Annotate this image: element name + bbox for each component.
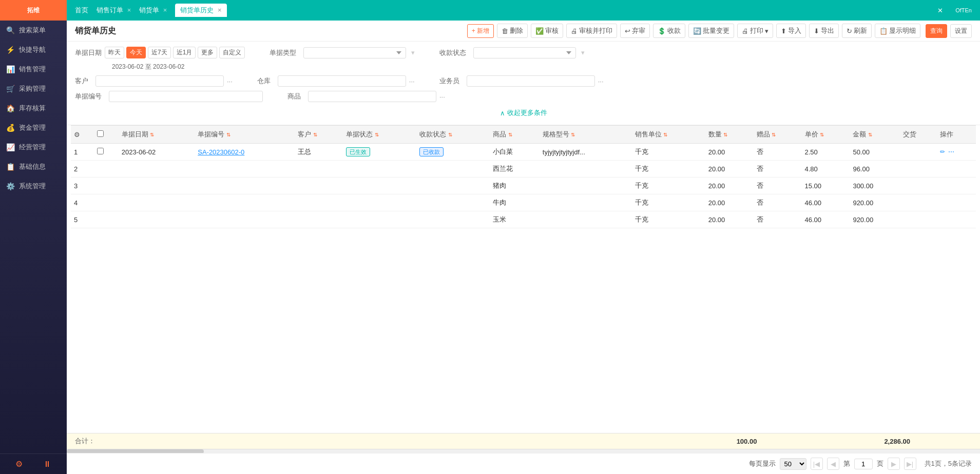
- audit-print-button[interactable]: 🖨 审核并打印: [566, 24, 617, 38]
- doc-no-input[interactable]: [109, 91, 263, 102]
- query-button[interactable]: 查询: [926, 24, 947, 38]
- sidebar-item-purchase[interactable]: 🛒 采购管理: [0, 79, 67, 98]
- date-btn-7days[interactable]: 近7天: [148, 47, 171, 58]
- next-page-btn[interactable]: ▶: [888, 458, 900, 470]
- tab-sales-order-close[interactable]: ×: [127, 6, 131, 14]
- select-all-checkbox[interactable]: [97, 130, 104, 137]
- sidebar-item-system[interactable]: ⚙️ 系统管理: [0, 176, 67, 196]
- print-button[interactable]: 🖨 打印 ▾: [737, 24, 773, 38]
- qty-sort-icon: ⇅: [723, 132, 727, 137]
- date-btn-custom[interactable]: 自定义: [219, 47, 245, 58]
- first-page-btn[interactable]: |◀: [811, 458, 823, 470]
- sidebar-bottom-pause[interactable]: ⏸: [43, 460, 51, 469]
- payment-status-select[interactable]: [473, 47, 576, 58]
- row1-more-btn[interactable]: ⋯: [948, 148, 954, 155]
- salesperson-input[interactable]: [467, 75, 595, 87]
- col-qty[interactable]: 数量 ⇅: [705, 126, 754, 144]
- sidebar-bottom-gear[interactable]: ⚙: [15, 459, 23, 469]
- batch-change-button[interactable]: 🔄 批量变更: [688, 24, 734, 38]
- delete-button[interactable]: 🗑 删除: [497, 24, 528, 38]
- tab-sales-history-close[interactable]: ×: [218, 6, 222, 14]
- row3-amount: 300.00: [850, 177, 900, 194]
- customer-input[interactable]: [95, 75, 224, 87]
- salesperson-dots[interactable]: ···: [598, 77, 604, 85]
- window-close-btn[interactable]: ✕: [937, 7, 943, 14]
- page-num-input[interactable]: [854, 459, 873, 469]
- col-doc-no[interactable]: 单据编号 ⇅: [195, 126, 295, 144]
- col-transaction: 交货: [900, 126, 937, 144]
- col-spec[interactable]: 规格型号 ⇅: [540, 126, 632, 144]
- tab-sales-history[interactable]: 销货单历史 ×: [175, 4, 226, 17]
- warehouse-input[interactable]: [278, 75, 406, 87]
- collect-button[interactable]: 💲 收款: [653, 24, 685, 38]
- sidebar-item-search[interactable]: 🔍 搜索菜单: [0, 21, 67, 40]
- col-amount[interactable]: 金额 ⇅: [850, 126, 900, 144]
- date-btn-more[interactable]: 更多: [198, 47, 217, 58]
- col-settings[interactable]: ⚙: [71, 126, 94, 144]
- filter-customer: 客户 ···: [75, 75, 233, 87]
- doc-type-select[interactable]: [303, 47, 406, 58]
- abandon-button[interactable]: ↩ 弃审: [620, 24, 650, 38]
- import-button[interactable]: ⬆ 导入: [776, 24, 806, 38]
- col-checkbox[interactable]: [94, 126, 118, 144]
- row4-doc-status: [343, 194, 416, 211]
- customer-dots[interactable]: ···: [227, 77, 233, 85]
- docstatus-sort-icon: ⇅: [375, 132, 379, 137]
- print-icon: 🖨: [742, 27, 748, 35]
- sidebar-item-basic[interactable]: 📋 基础信息: [0, 157, 67, 176]
- last-page-btn[interactable]: ▶|: [904, 458, 916, 470]
- table-header-row: ⚙ 单据日期 ⇅ 单据编号 ⇅ 客户 ⇅ 单据状态 ⇅ 收款状态 ⇅ 商品 ⇅ …: [71, 126, 976, 144]
- sidebar-item-finance[interactable]: 💰 资金管理: [0, 118, 67, 137]
- col-payment-status[interactable]: 收款状态 ⇅: [416, 126, 490, 144]
- col-customer[interactable]: 客户 ⇅: [295, 126, 343, 144]
- date-btn-yesterday[interactable]: 昨天: [105, 47, 124, 58]
- row1-doc-no[interactable]: SA-20230602-0: [195, 144, 295, 161]
- col-unit[interactable]: 销售单位 ⇅: [632, 126, 705, 144]
- tab-sales-order[interactable]: 销售订单 ×: [97, 6, 131, 15]
- warehouse-label: 仓库: [257, 76, 271, 86]
- sidebar-item-quick-nav[interactable]: ⚡ 快捷导航: [0, 40, 67, 60]
- col-doc-status[interactable]: 单据状态 ⇅: [343, 126, 416, 144]
- row1-edit-btn[interactable]: ✏: [940, 148, 945, 155]
- export-icon: ⬇: [814, 27, 819, 35]
- tab-sales-delivery-close[interactable]: ×: [163, 6, 167, 14]
- collapse-btn[interactable]: ∧ 收起更多条件: [496, 106, 551, 120]
- sidebar-item-search-label: 搜索菜单: [19, 26, 46, 35]
- filter-warehouse: 仓库 ···: [257, 75, 415, 87]
- per-page-select[interactable]: 50 100 200: [780, 458, 806, 470]
- col-gift[interactable]: 赠品 ⇅: [754, 126, 802, 144]
- col-date[interactable]: 单据日期 ⇅: [119, 126, 195, 144]
- row1-select[interactable]: [97, 148, 104, 154]
- row1-amount: 50.00: [850, 144, 900, 161]
- table-row: 5 玉米 千克 20.00 否 46.00 920.00: [71, 211, 976, 228]
- sidebar-item-inventory[interactable]: 🏠 库存核算: [0, 98, 67, 118]
- row2-payment-status: [416, 161, 490, 177]
- refresh-button[interactable]: ↻ 刷新: [842, 24, 872, 38]
- filter-doc-type: 单据类型 ▾: [270, 47, 415, 58]
- export-button[interactable]: ⬇ 导出: [809, 24, 839, 38]
- settings-button[interactable]: 设置: [950, 24, 972, 38]
- scroll-bar[interactable]: [67, 449, 980, 453]
- new-button[interactable]: + 新增: [467, 24, 494, 38]
- col-unit-price[interactable]: 单价 ⇅: [802, 126, 850, 144]
- prev-page-btn[interactable]: ◀: [827, 458, 839, 470]
- row4-payment-status: [416, 194, 490, 211]
- tab-home[interactable]: 首页: [75, 6, 88, 15]
- row1-qty: 20.00: [705, 144, 754, 161]
- product-input[interactable]: [308, 91, 436, 102]
- tab-sales-delivery[interactable]: 销货单 ×: [139, 6, 167, 15]
- product-dots[interactable]: ···: [439, 93, 445, 101]
- display-detail-button[interactable]: 📋 显示明细: [875, 24, 920, 38]
- audit-button[interactable]: ✅ 审核: [531, 24, 563, 38]
- date-btn-today[interactable]: 今天: [126, 47, 146, 58]
- sidebar-item-sales[interactable]: 📊 销售管理: [0, 60, 67, 79]
- warehouse-dots[interactable]: ···: [409, 77, 415, 85]
- col-product[interactable]: 商品 ⇅: [490, 126, 539, 144]
- row5-amount: 920.00: [850, 211, 900, 228]
- row1-unit-price: 2.50: [802, 144, 850, 161]
- date-btn-1month[interactable]: 近1月: [173, 47, 196, 58]
- row1-checkbox[interactable]: [94, 144, 118, 161]
- row2-customer: [295, 161, 343, 177]
- sidebar-item-operations[interactable]: 📈 经营管理: [0, 137, 67, 157]
- data-table: ⚙ 单据日期 ⇅ 单据编号 ⇅ 客户 ⇅ 单据状态 ⇅ 收款状态 ⇅ 商品 ⇅ …: [71, 125, 976, 228]
